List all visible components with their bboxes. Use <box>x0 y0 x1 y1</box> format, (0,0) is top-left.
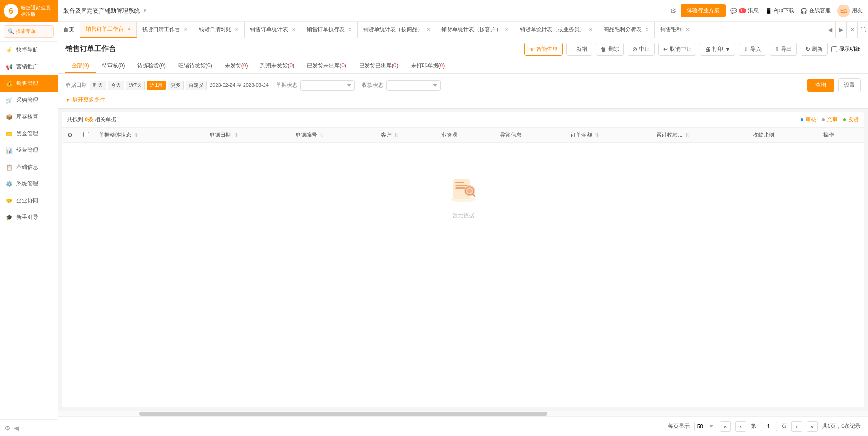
sidebar-item-basic[interactable]: 📋 基础信息 <box>0 159 58 175</box>
tab-sales-workbench[interactable]: 销售订单工作台 ✕ <box>80 22 137 38</box>
stop-button[interactable]: ⊘ 中止 <box>628 43 655 56</box>
tab-sales-exec[interactable]: 销售订单执行表 ✕ <box>301 22 358 38</box>
th-checkbox[interactable] <box>78 128 94 143</box>
review-action[interactable]: 审核 <box>801 116 816 123</box>
sort-status-icon[interactable]: ⇅ <box>134 133 138 137</box>
sort-amount-icon[interactable]: ⇅ <box>595 133 599 137</box>
filter-tab-all[interactable]: 全部(0) <box>65 59 96 73</box>
industry-solution-button[interactable]: 体验行业方案 <box>681 4 726 17</box>
column-settings-icon[interactable]: ⚙ <box>67 132 72 138</box>
tab-close-sales-summary-staff[interactable]: ✕ <box>589 27 592 32</box>
tab-maximize[interactable]: ⛶ <box>857 22 868 38</box>
tab-close-sales-summary-product[interactable]: ✕ <box>427 27 430 32</box>
tab-sales-stats[interactable]: 销售订单统计表 ✕ <box>245 22 301 38</box>
tab-close-all[interactable]: ✕ <box>846 22 857 38</box>
tab-close-sales-workbench[interactable]: ✕ <box>127 27 131 32</box>
import-button[interactable]: ⇩ 导入 <box>739 43 766 56</box>
tab-cash-daily[interactable]: 钱货日清工作台 ✕ <box>137 22 193 38</box>
delete-button[interactable]: 🗑 删除 <box>596 43 624 56</box>
sidebar-item-system[interactable]: ⚙️ 系统管理 <box>0 175 58 192</box>
sidebar-collapse-button[interactable]: ◀ <box>14 424 19 431</box>
sidebar-item-cooperation[interactable]: 🤝 企业协同 <box>0 192 58 209</box>
tab-sales-profit[interactable]: 销售毛利 ✕ <box>655 22 695 38</box>
th-settings[interactable]: ⚙ <box>62 128 78 143</box>
print-button[interactable]: 🖨 打印 ▼ <box>700 43 735 56</box>
select-all-checkbox[interactable] <box>83 132 89 137</box>
topbar-settings-icon[interactable]: ⚙ <box>670 7 676 15</box>
sidebar-settings-button[interactable]: ⚙ <box>5 424 10 431</box>
th-actions: 操作 <box>819 128 864 143</box>
tab-home[interactable]: 首页 <box>58 22 80 38</box>
tab-close-sales-exec[interactable]: ✕ <box>348 27 352 32</box>
date-7days[interactable]: 近7天 <box>126 81 145 90</box>
sidebar-item-guide[interactable]: 🎓 新手引导 <box>0 209 58 226</box>
message-button[interactable]: 💬 6 消息 <box>730 7 759 14</box>
sort-date-icon[interactable]: ⇅ <box>234 133 238 137</box>
filter-tab-shipped-not-out[interactable]: 已发货未出库(0) <box>301 59 353 73</box>
tab-close-cash-reconcile[interactable]: ✕ <box>235 27 239 32</box>
search-menu-button[interactable]: 🔍 搜索菜单 <box>4 25 54 38</box>
date-today[interactable]: 今天 <box>108 81 124 90</box>
date-more[interactable]: 更多 <box>168 81 184 90</box>
show-detail-checkbox[interactable] <box>831 46 837 52</box>
status-select[interactable] <box>300 80 355 91</box>
query-button[interactable]: 查询 <box>807 79 834 92</box>
date-custom[interactable]: 自定义 <box>186 81 207 90</box>
expand-filter-button[interactable]: ▼ 展开更多条件 <box>65 96 105 104</box>
filter-tab-pending-review[interactable]: 待审核(0) <box>96 59 131 73</box>
message-icon: 💬 <box>730 8 737 14</box>
anti-review-action[interactable]: 充审 <box>822 116 838 123</box>
date-1month[interactable]: 近1月 <box>147 81 166 90</box>
filter-tab-expired-not-shipped[interactable]: 到期未发货(0) <box>254 59 301 73</box>
tab-scroll-right[interactable]: ▶ <box>835 22 846 38</box>
filter-tab-not-shipped[interactable]: 未发货(0) <box>219 59 254 73</box>
page-number-input[interactable] <box>761 422 777 431</box>
sidebar-item-operations[interactable]: 📊 经营管理 <box>0 142 58 159</box>
refresh-button[interactable]: ↻ 刷新 <box>801 43 828 56</box>
tab-close-cash-daily[interactable]: ✕ <box>184 27 187 32</box>
cancel-stop-button[interactable]: ↩ 取消中止 <box>658 43 696 56</box>
horizontal-scrollbar[interactable] <box>58 411 868 416</box>
last-page-button[interactable]: » <box>807 421 818 432</box>
page-size-select[interactable]: 10 20 50 100 <box>694 422 715 431</box>
filter-tab-shipped-out[interactable]: 已发货已出库(0) <box>353 59 405 73</box>
filter-tab-wangpu[interactable]: 旺铺待发货(0) <box>172 59 219 73</box>
tab-cash-reconcile[interactable]: 钱货日清对账 ✕ <box>193 22 245 38</box>
sidebar-item-quick[interactable]: ⚡ 快捷导航 <box>0 42 58 58</box>
filter-tab-not-printed[interactable]: 未打印单据(0) <box>405 59 451 73</box>
sidebar-item-marketing[interactable]: 📢 营销推广 <box>0 58 58 75</box>
tab-sales-summary-product[interactable]: 销货单统计表（按商品） ✕ <box>358 22 436 38</box>
scrollbar-thumb[interactable] <box>139 412 547 416</box>
next-page-button[interactable]: › <box>791 421 802 432</box>
date-yesterday[interactable]: 昨天 <box>90 81 106 90</box>
tab-close-sales-profit[interactable]: ✕ <box>686 27 689 32</box>
payment-select[interactable] <box>386 80 441 91</box>
prev-page-button[interactable]: ‹ <box>735 421 746 432</box>
sort-customer-icon[interactable]: ⇅ <box>394 133 398 137</box>
tab-scroll-left[interactable]: ◀ <box>825 22 835 38</box>
tab-close-product-profit[interactable]: ✕ <box>645 27 649 32</box>
sidebar-item-inventory[interactable]: 📦 库存核算 <box>0 109 58 125</box>
tab-close-sales-stats[interactable]: ✕ <box>292 27 295 32</box>
ship-action[interactable]: 发货 <box>843 116 859 123</box>
first-page-button[interactable]: « <box>720 421 731 432</box>
show-detail-toggle[interactable]: 显示明细 <box>831 45 861 53</box>
tab-close-sales-summary-customer[interactable]: ✕ <box>505 27 508 32</box>
tab-sales-summary-customer[interactable]: 销货单统计表（按客户） ✕ <box>436 22 514 38</box>
filter-settings-button[interactable]: 设置 <box>838 78 861 92</box>
filter-tab-pending-check[interactable]: 待拣验货(0) <box>131 59 172 73</box>
smart-create-button[interactable]: ★ 智能生单 <box>524 43 563 56</box>
online-service-button[interactable]: 🎧 在线客服 <box>801 7 831 14</box>
sidebar-item-capital[interactable]: 💳 资金管理 <box>0 125 58 142</box>
export-button[interactable]: ⇧ 导出 <box>770 43 797 56</box>
sort-collected-icon[interactable]: ⇅ <box>686 133 689 137</box>
tab-product-profit[interactable]: 商品毛利分析表 ✕ <box>598 22 655 38</box>
sidebar-item-sales[interactable]: 💰 销售管理 <box>0 75 58 92</box>
app-download-button[interactable]: 📱 App下载 <box>765 7 794 14</box>
sort-number-icon[interactable]: ⇅ <box>320 133 323 137</box>
sidebar-item-purchase[interactable]: 🛒 采购管理 <box>0 92 58 109</box>
user-menu[interactable]: Ea 用友 <box>837 5 863 17</box>
add-button[interactable]: + 新增 <box>566 43 592 56</box>
filter-area: 单据日期 昨天 今天 近7天 近1月 更多 自定义 2023-02-24 至 2… <box>58 74 868 109</box>
tab-sales-summary-staff[interactable]: 销货单统计表（按业务员） ✕ <box>514 22 598 38</box>
